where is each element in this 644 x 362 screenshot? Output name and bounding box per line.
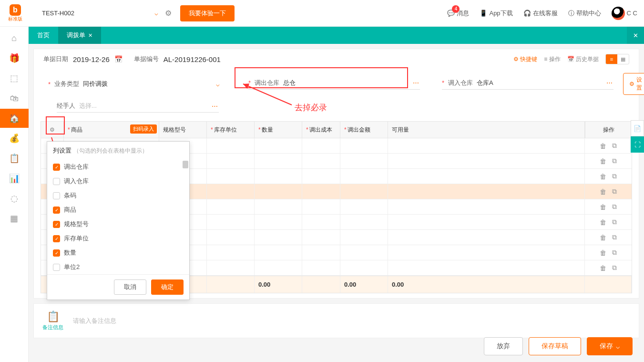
messages-badge: 4 [452, 5, 460, 13]
rail-report-icon[interactable]: 📊 [0, 169, 29, 188]
note-float-icon[interactable]: 📄 [631, 120, 644, 136]
document-header: 单据日期 2019-12-26 📅 单据编号 AL-20191226-001 ⚙… [41, 54, 632, 68]
warehouse-in-field[interactable]: * 调入仓库 仓库A ⋯ [442, 79, 613, 90]
header-tools: ⚙ 快捷键 ≡ 操作 📅 历史单据 ≡ ▦ [513, 54, 629, 64]
copy-icon[interactable]: ⧉ [612, 187, 617, 196]
rail-gift-icon[interactable]: 🎁 [0, 49, 29, 68]
more-icon[interactable]: ⋯ [212, 103, 219, 110]
column-option[interactable]: 调入仓库 [53, 174, 184, 188]
delete-icon[interactable]: 🗑 [600, 264, 606, 272]
store-selector[interactable]: TEST-H002 ⌵ [38, 6, 162, 21]
table-header: ⚙ *商品 扫码录入 规格型号 *库存单位 *数量 *调出成本 *调出金额 可用… [41, 121, 632, 138]
copy-icon[interactable]: ⧉ [612, 172, 617, 180]
total-amt: 0.00 [340, 276, 388, 293]
view-toggle[interactable]: ≡ ▦ [605, 54, 629, 64]
copy-icon[interactable]: ⧉ [612, 248, 617, 257]
tab-transfer-order[interactable]: 调拨单 ✕ [58, 27, 101, 44]
remark-input[interactable]: 请输入备注信息 [73, 317, 630, 325]
rail-home-icon[interactable]: ⌂ [0, 29, 29, 48]
checkbox-icon[interactable] [53, 264, 60, 271]
copy-icon[interactable]: ⧉ [612, 157, 617, 165]
calendar-icon[interactable]: 📅 [114, 55, 123, 63]
delete-icon[interactable]: 🗑 [600, 157, 606, 165]
settings-button[interactable]: ⚙ 设置 [623, 73, 644, 95]
checkbox-icon[interactable]: ✓ [53, 221, 60, 228]
close-icon[interactable]: ✕ [88, 32, 92, 39]
checkbox-icon[interactable]: ✓ [53, 235, 60, 242]
rail-warehouse-icon[interactable]: 🏠 [0, 109, 29, 128]
delete-icon[interactable]: 🗑 [600, 203, 606, 211]
customer-service-link[interactable]: 🎧 在线客服 [523, 9, 558, 18]
delete-icon[interactable]: 🗑 [600, 173, 606, 180]
tab-home[interactable]: 首页 [29, 27, 58, 44]
scan-badge[interactable]: 扫码录入 [130, 124, 157, 134]
rail-settings-icon[interactable]: ◌ [0, 189, 29, 208]
scrollbar[interactable] [183, 161, 188, 168]
shortcut-link[interactable]: ⚙ 快捷键 [513, 55, 537, 63]
store-name: TEST-H002 [42, 10, 74, 17]
messages-link[interactable]: 💬 消息 4 [447, 9, 469, 18]
close-all-tabs[interactable]: ✕ [627, 27, 644, 44]
delete-icon[interactable]: 🗑 [600, 188, 606, 196]
save-draft-button[interactable]: 保存草稿 [529, 337, 581, 355]
column-option[interactable]: ✓规格型号 [53, 217, 184, 231]
expand-float-icon[interactable]: ⛶ [631, 136, 644, 153]
more-icon[interactable]: ⋯ [606, 79, 613, 86]
copy-icon[interactable]: ⧉ [612, 203, 617, 211]
annotation-text: 去掉必录 [295, 102, 327, 113]
delete-icon[interactable]: 🗑 [600, 218, 606, 226]
footer-buttons: 放弃 保存草稿 保存 ⌵ [484, 337, 633, 355]
copy-icon[interactable]: ⧉ [612, 264, 617, 272]
rail-price-icon[interactable]: ⬚ [0, 69, 29, 88]
biztype-field[interactable]: * 业务类型 同价调拨 ⌵ [48, 80, 220, 88]
app-download-link[interactable]: 📱 App下载 [480, 9, 512, 18]
col-spec: 规格型号 [159, 122, 207, 138]
handler-label: 经手人 [57, 102, 75, 110]
help-icon: ⓘ [568, 9, 574, 18]
help-link[interactable]: ⓘ 帮助中心 [568, 9, 601, 18]
popup-list[interactable]: ✓调出仓库调入仓库条码✓商品✓规格型号✓库存单位✓数量单位2 [47, 160, 189, 274]
total-avail: 0.00 [388, 276, 585, 293]
cancel-button[interactable]: 取消 [114, 279, 146, 295]
checkbox-icon[interactable]: ✓ [53, 249, 60, 257]
discard-button[interactable]: 放弃 [484, 337, 523, 355]
column-option[interactable]: ✓商品 [53, 203, 184, 217]
confirm-button[interactable]: 确定 [151, 279, 184, 295]
table-wrap: ⚙ *商品 扫码录入 规格型号 *库存单位 *数量 *调出成本 *调出金额 可用… [41, 121, 632, 293]
delete-icon[interactable]: 🗑 [600, 249, 606, 257]
logo: b 标准版 [7, 4, 24, 22]
copy-icon[interactable]: ⧉ [612, 233, 617, 241]
annotation-box-warehouse [235, 67, 408, 88]
handler-field[interactable]: 经手人 选择... ⋯ [57, 102, 219, 113]
checkbox-icon[interactable]: ✓ [53, 207, 60, 214]
column-option[interactable]: ✓数量 [53, 246, 184, 260]
column-option[interactable]: 条码 [53, 188, 184, 203]
logo-icon: b [10, 4, 21, 16]
rail-bag-icon[interactable]: 🛍 [0, 89, 29, 108]
cta-button[interactable]: 我要体验一下 [180, 5, 235, 21]
rail-new-icon[interactable]: ▦ [0, 209, 29, 228]
col-unit: *库存单位 [207, 122, 255, 138]
copy-icon[interactable]: ⧉ [612, 218, 617, 226]
operate-link[interactable]: ≡ 操作 [544, 55, 560, 63]
more-icon[interactable]: ⋯ [413, 79, 420, 86]
history-link[interactable]: 📅 历史单据 [567, 55, 599, 63]
biztype-label: 业务类型 [54, 80, 79, 88]
save-button[interactable]: 保存 ⌵ [587, 337, 633, 355]
delete-icon[interactable]: 🗑 [600, 234, 606, 241]
grid-view-icon[interactable]: ▦ [617, 54, 629, 64]
list-view-icon[interactable]: ≡ [606, 54, 617, 64]
copy-icon[interactable]: ⧉ [612, 142, 617, 150]
rail-money-icon[interactable]: 💰 [0, 129, 29, 148]
gear-icon[interactable]: ⚙ [165, 9, 172, 18]
column-option[interactable]: ✓调出仓库 [53, 160, 184, 174]
column-option[interactable]: ✓库存单位 [53, 231, 184, 246]
user-menu[interactable]: C C [612, 7, 637, 20]
delete-icon[interactable]: 🗑 [600, 142, 606, 150]
checkbox-icon[interactable] [53, 192, 60, 199]
date-value[interactable]: 2019-12-26 [73, 55, 110, 63]
checkbox-icon[interactable] [53, 178, 60, 185]
column-option[interactable]: 单位2 [53, 260, 184, 274]
checkbox-icon[interactable]: ✓ [53, 164, 60, 171]
rail-clipboard-icon[interactable]: 📋 [0, 149, 29, 168]
